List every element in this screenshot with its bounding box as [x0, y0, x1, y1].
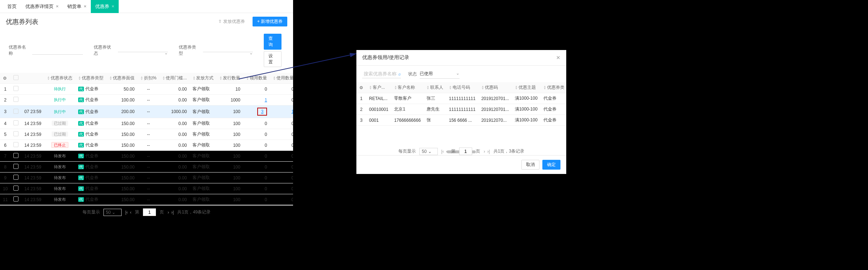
contact-header[interactable]: ▲▼联系人 — [424, 82, 446, 93]
tab-coupon[interactable]: 优惠券✕ — [91, 0, 119, 13]
next-page-icon[interactable]: › — [484, 149, 485, 154]
checkbox-icon[interactable] — [13, 131, 18, 136]
settings-button[interactable]: 设置 — [264, 51, 281, 67]
modal-status-select[interactable]: 已使用⌄ — [420, 69, 460, 79]
first-page-icon[interactable]: |‹ — [441, 149, 444, 154]
row-checkbox-cell[interactable] — [10, 194, 21, 205]
table-row[interactable]: 9 14 23:59 待发布 代代金券 150.00 -- 0.00 客户领取 … — [0, 173, 293, 183]
checkbox-icon[interactable] — [13, 142, 18, 147]
row-checkbox-cell[interactable] — [10, 84, 21, 95]
row-checkbox-cell[interactable] — [10, 105, 21, 118]
checkbox-icon[interactable] — [13, 164, 18, 169]
tab-coupon-detail[interactable]: 优惠券详情页✕ — [21, 0, 63, 13]
table-row[interactable]: 7 14 23:59 待发布 代代金券 150.00 -- 0.00 客户领取 … — [0, 151, 293, 162]
close-icon[interactable]: ✕ — [556, 55, 560, 61]
phone-header[interactable]: ▲▼电话号码 — [446, 82, 478, 93]
issueqty-column-header[interactable]: ▲▼发行数量 — [216, 73, 243, 84]
row-checkbox-cell[interactable] — [10, 140, 21, 151]
row-checkbox-cell[interactable] — [10, 118, 21, 129]
search-input[interactable] — [362, 70, 398, 78]
prev-page-icon[interactable]: ‹ — [130, 210, 131, 215]
page-size-select[interactable]: 50 ⌄ — [103, 209, 122, 216]
close-icon[interactable]: ✕ — [56, 4, 59, 8]
close-icon[interactable]: ✕ — [111, 4, 114, 8]
coupon-code-header[interactable]: ▲▼优惠码 — [478, 82, 512, 93]
row-checkbox-cell[interactable] — [10, 129, 21, 140]
gear-column-header[interactable]: ⚙ — [0, 73, 10, 84]
checkbox-icon[interactable] — [13, 97, 18, 102]
coupon-name-input[interactable] — [32, 46, 83, 55]
sort-icon[interactable]: ▲▼ — [427, 86, 429, 90]
table-row[interactable]: 8 14 23:59 待发布 代代金券 150.00 -- 0.00 客户领取 … — [0, 162, 293, 173]
checkbox-icon[interactable] — [13, 196, 18, 202]
table-row[interactable]: 5 14 23:59 已过期 代代金券 150.00 -- 0.00 客户领取 … — [0, 129, 293, 140]
checkbox-icon[interactable] — [13, 75, 18, 80]
sort-icon[interactable]: ▲▼ — [246, 76, 249, 80]
sort-icon[interactable]: ▲▼ — [78, 76, 81, 80]
distribute-coupon-button[interactable]: ⇧发放优惠券 — [213, 17, 250, 26]
status-column-header[interactable]: ▲▼优惠券状态 — [44, 73, 75, 84]
sort-icon[interactable]: ▲▼ — [219, 76, 222, 80]
checkbox-icon[interactable] — [13, 120, 18, 125]
time-column-header[interactable] — [21, 73, 44, 84]
search-icon[interactable]: ⌕ — [398, 71, 401, 76]
table-row[interactable]: 2 00010001 北京1 唐先生 11111111111 201912070… — [356, 104, 566, 115]
search-button[interactable]: 查询 — [264, 34, 281, 50]
cancel-button[interactable]: 取消 — [521, 160, 539, 170]
coupon-type-select[interactable]: ⌄ — [203, 49, 253, 52]
row-checkbox-cell[interactable] — [10, 151, 21, 162]
prev-page-icon[interactable]: ‹ — [446, 149, 448, 154]
add-coupon-button[interactable]: + 新增优惠券 — [253, 17, 287, 26]
table-row[interactable]: 3 0001 17666666666 张 156 6666 ... 201912… — [356, 115, 566, 126]
page-size-select[interactable]: 50 ⌄ — [419, 148, 438, 155]
sort-icon[interactable]: ▲▼ — [543, 86, 546, 90]
customer-name-header[interactable]: ▲▼客户名称 — [391, 82, 423, 93]
sort-icon[interactable]: ▲▼ — [273, 76, 276, 80]
coupon-title-header[interactable]: ▲▼优惠主题 — [512, 82, 541, 93]
row-checkbox-cell[interactable] — [10, 183, 21, 194]
checkbox-icon[interactable] — [13, 186, 18, 191]
sort-icon[interactable]: ▲▼ — [481, 86, 484, 90]
table-row[interactable]: 3 07 23:59 执行中 代代金券 200.00 -- 1000.00 客户… — [0, 105, 293, 118]
table-row[interactable]: 11 14 23:59 待发布 代代金券 150.00 -- 0.00 客户领取… — [0, 194, 293, 205]
useqty-column-header[interactable]: ▲▼使用数量 — [270, 73, 293, 84]
facevalue-column-header[interactable]: ▲▼优惠券面值 — [106, 73, 137, 84]
customer-code-header[interactable]: ▲▼客户... — [366, 82, 391, 93]
type-column-header[interactable]: ▲▼优惠券类型 — [75, 73, 106, 84]
tab-home[interactable]: 首页 — [3, 0, 21, 13]
claimqty-column-header[interactable]: ▲▼领用数量 — [243, 73, 270, 84]
table-row[interactable]: 1 RETAIL... 零散客户 张三 11111111111 20191207… — [356, 93, 566, 104]
sort-icon[interactable]: ▲▼ — [192, 76, 195, 80]
gear-column-header[interactable]: ⚙ — [356, 82, 366, 93]
sort-icon[interactable]: ▲▼ — [449, 86, 452, 90]
sort-icon[interactable]: ▲▼ — [162, 76, 165, 80]
distmethod-column-header[interactable]: ▲▼发放方式 — [190, 73, 216, 84]
checkbox-icon[interactable] — [13, 153, 18, 158]
tab-sales-order[interactable]: 销货单✕ — [63, 0, 91, 13]
sort-icon[interactable]: ▲▼ — [394, 86, 397, 90]
use-count-link[interactable]: 1 — [291, 109, 293, 114]
row-checkbox-cell[interactable] — [10, 95, 21, 105]
checkbox-column-header[interactable] — [10, 73, 21, 84]
table-row[interactable]: 10 14 23:59 待发布 代代金券 150.00 -- 0.00 客户领取… — [0, 183, 293, 194]
last-page-icon[interactable]: ›| — [171, 210, 174, 215]
discount-column-header[interactable]: ▲▼折扣% — [137, 73, 160, 84]
claim-count-link[interactable]: 1 — [264, 97, 267, 103]
last-page-icon[interactable]: ›| — [487, 149, 490, 154]
close-icon[interactable]: ✕ — [84, 4, 86, 8]
table-row[interactable]: 6 14 23:59 已终止 代代金券 150.00 -- 0.00 客户领取 … — [0, 140, 293, 151]
coupon-status-select[interactable]: ⌄ — [118, 49, 168, 52]
sort-icon[interactable]: ▲▼ — [515, 86, 518, 90]
sort-icon[interactable]: ▲▼ — [109, 76, 112, 80]
sort-icon[interactable]: ▲▼ — [369, 86, 372, 90]
threshold-column-header[interactable]: ▲▼使用门槛... — [159, 73, 190, 84]
checkbox-icon[interactable] — [13, 109, 18, 114]
first-page-icon[interactable]: |‹ — [125, 210, 128, 215]
claim-count-link[interactable]: 3 — [261, 109, 263, 114]
page-number-input[interactable] — [459, 148, 472, 155]
checkbox-icon[interactable] — [13, 175, 18, 180]
coupon-type-header[interactable]: ▲▼优惠券类 — [541, 82, 566, 93]
row-checkbox-cell[interactable] — [10, 162, 21, 173]
table-row[interactable]: 1 待执行 代代金券 50.00 -- 0.00 客户领取 10 0 0 ↗⊞ — [0, 84, 293, 95]
table-row[interactable]: 2 执行中 代代金券 100.00 -- 0.00 客户领取 1000 1 0 … — [0, 95, 293, 105]
